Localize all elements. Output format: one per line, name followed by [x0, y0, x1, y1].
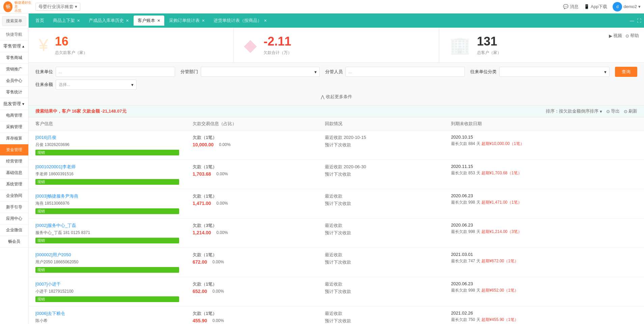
manager-input[interactable]: ...: [345, 67, 465, 77]
sidebar-item-enterprise-collab[interactable]: 企业协同: [0, 190, 28, 202]
filter-area: 往来单位 ... 分管部门 ▾: [29, 63, 644, 106]
sidebar-item-wholesale-mgmt[interactable]: 批发管理 ▼: [0, 98, 28, 110]
balance-select[interactable]: 选择... ▾: [56, 80, 137, 90]
message-button[interactable]: 💬 消息: [563, 4, 579, 10]
debt-amount-link[interactable]: 652.00: [193, 289, 207, 294]
cell-due-4: 2021.03.01 最长欠款 747 天 超期¥672.00（1笔）: [444, 248, 644, 277]
cell-due-2: 2020.06.23 最长欠款 998 天 超期¥1,471.00（1笔）: [444, 189, 644, 218]
data-table: 客户信息 欠款交易信息（占比） 回款情况 到期未收款日期 [0016]吕俊 吕俊…: [29, 117, 644, 324]
query-button[interactable]: 查询: [615, 67, 637, 77]
close-icon[interactable]: ✕: [126, 19, 129, 23]
cell-debt-3: 欠款（3笔） 1,214.00 0.00%: [186, 218, 318, 248]
overdue-link[interactable]: 超期¥10,000.00（1笔）: [481, 141, 524, 146]
overdue-link[interactable]: 超期¥652.00（1笔）: [481, 288, 519, 293]
maximize-icon[interactable]: ⛶: [637, 18, 641, 23]
collapse-button[interactable]: ⋀ 收起更多条件: [321, 94, 352, 100]
refresh-button[interactable]: ⊙ 刷新: [624, 108, 637, 114]
sidebar-search-area: 搜索菜单: [0, 13, 28, 29]
col-header-due: 到期未收款日期: [444, 117, 644, 130]
sidebar-item-retail-mall[interactable]: 零售商城: [0, 52, 28, 64]
chevron-down-icon: ▾: [600, 109, 602, 114]
sidebar-item-operations[interactable]: 经营管理: [0, 156, 28, 167]
customer-name-link[interactable]: [0006]去下粮仓: [35, 311, 179, 317]
tab-purchase-product-stats[interactable]: 进货单统计表（按商品） ✕: [209, 16, 271, 26]
overdue-link[interactable]: 超期¥1,214.00（3笔）: [481, 229, 522, 234]
tabs-bar: 首页 商品上下架 ✕ 产成品入库单历史 ✕ 客户账本 ✕ 采购订单统计表 ✕: [29, 13, 644, 28]
user-menu[interactable]: d demo2 ▾: [613, 2, 641, 11]
customer-name-link[interactable]: [000002]用户2050: [35, 252, 179, 258]
sidebar-item-beginner-guide[interactable]: 新手引导: [0, 202, 28, 213]
video-button[interactable]: ▶ 视频: [609, 33, 622, 39]
minimize-icon[interactable]: —: [630, 18, 634, 23]
stat-label-debt-customers: 总欠款客户（家）: [55, 50, 87, 56]
tab-customer-account[interactable]: 客户账本 ✕: [134, 16, 164, 26]
sidebar-item-system[interactable]: 系统管理: [0, 179, 28, 190]
sidebar-item-quick-nav[interactable]: 快捷导航: [0, 29, 28, 40]
overdue-link[interactable]: 超期¥1,703.68（1笔）: [481, 171, 522, 175]
filter-unit-category: 往来单位分类 ▾: [470, 67, 610, 77]
debt-amount-link[interactable]: 672.00: [193, 259, 207, 265]
from-unit-input[interactable]: ...: [56, 67, 175, 77]
overdue-link[interactable]: 超期¥455.90（1笔）: [481, 317, 519, 322]
dept-select[interactable]: ▾: [201, 67, 320, 77]
stat-icon-diamond: ◆: [244, 35, 257, 55]
stat-card-debt-total: ◆ -2.11 欠款合计（万）: [234, 28, 439, 62]
customer-name-link[interactable]: [0001020001]李老师: [35, 164, 179, 170]
debt-amount-link[interactable]: 1,471.00: [193, 201, 211, 206]
help-button[interactable]: ⊙ 帮助: [625, 33, 639, 39]
customer-name-link[interactable]: [0002]服务中心_丁磊: [35, 223, 179, 229]
app-download-button[interactable]: 📱 App下载: [584, 4, 607, 10]
sidebar-item-finance[interactable]: 资金管理: [0, 144, 28, 156]
sidebar-item-inventory[interactable]: 库存核算: [0, 133, 28, 144]
sidebar-item-purchase[interactable]: 采购管理: [0, 121, 28, 133]
sidebar-item-enterprise-wechat[interactable]: 企业微信: [0, 225, 28, 236]
avatar: d: [613, 2, 622, 11]
sidebar-item-basic-info[interactable]: 基础信息: [0, 167, 28, 179]
debt-amount-link[interactable]: 1,703.68: [193, 171, 211, 177]
stat-number-debt-total: -2.11: [263, 34, 292, 49]
customer-tag: 现销: [35, 267, 179, 273]
results-actions: 排序：按欠款金额倒序排序 ▾ ⊙ 导出 ⊙ 刷新: [546, 108, 637, 114]
debt-amount-link[interactable]: 1,214.00: [193, 230, 211, 235]
close-icon[interactable]: ✕: [157, 19, 160, 23]
tab-product-history[interactable]: 产成品入库单历史 ✕: [85, 16, 133, 26]
close-icon[interactable]: ✕: [202, 19, 205, 23]
sidebar-item-marketing[interactable]: 营销推广: [0, 64, 28, 75]
close-icon[interactable]: ✕: [77, 19, 80, 23]
table-row: [000002]用户2050 用户2050 18665062050 现销 欠款（…: [29, 248, 644, 277]
sidebar-item-ecommerce[interactable]: 电商管理: [0, 110, 28, 121]
tab-home[interactable]: 首页: [31, 16, 48, 26]
stat-number-debt-customers: 16: [55, 34, 87, 49]
filter-manager: 分管人员 ...: [325, 67, 465, 77]
cell-recovery-2: 最近收款 预计下次收款: [318, 189, 444, 218]
sidebar-item-retail-stats[interactable]: 零售统计: [0, 87, 28, 98]
overdue-link[interactable]: 超期¥1,471.00（1笔）: [481, 200, 522, 205]
results-bar: 搜索结果中，客户 16家 欠款金额 -21,148.07元 排序：按欠款金额倒序…: [29, 106, 644, 117]
customer-tag: 现销: [35, 208, 179, 214]
overdue-link[interactable]: 超期¥672.00（1笔）: [481, 259, 519, 263]
sidebar-item-app-center[interactable]: 应用中心: [0, 213, 28, 225]
results-summary: 搜索结果中，客户 16家 欠款金额 -21,148.07元: [35, 108, 127, 114]
search-menu-button[interactable]: 搜索菜单: [2, 16, 26, 26]
stat-card-debt-customers: ¥ 16 总欠款客户（家）: [29, 28, 234, 62]
chevron-up-icon: ⋀: [321, 94, 325, 99]
sort-select[interactable]: 排序：按欠款金额倒序排序 ▾: [546, 108, 602, 114]
debt-amount-link[interactable]: 10,000.00: [193, 142, 214, 147]
customer-contact: 海燕 18513066976: [35, 201, 179, 206]
chevron-icon: ▼: [22, 102, 25, 106]
stat-icon-building: 🏢: [449, 35, 470, 55]
sidebar-item-chang-member[interactable]: 畅会员: [0, 236, 28, 247]
unit-category-select[interactable]: ▾: [499, 67, 610, 77]
tab-product-status[interactable]: 商品上下架 ✕: [49, 16, 84, 26]
customer-name-link[interactable]: [0003]畅捷服务尹海燕: [35, 193, 179, 199]
logo-icon: 畅: [3, 1, 12, 12]
close-icon[interactable]: ✕: [264, 19, 267, 23]
customer-name-link[interactable]: [0007]小进干: [35, 281, 179, 287]
sidebar-item-retail-mgmt[interactable]: 零售管理 ▲: [0, 40, 28, 52]
sidebar-item-member-center[interactable]: 会员中心: [0, 75, 28, 87]
export-button[interactable]: ⊙ 导出: [606, 108, 620, 114]
tab-purchase-stats[interactable]: 采购订单统计表 ✕: [165, 16, 209, 26]
customer-name-link[interactable]: [0016]吕俊: [35, 135, 179, 141]
industry-selector[interactable]: 母婴行业演示账套 ▾: [35, 3, 80, 11]
debt-amount-link[interactable]: 455.90: [193, 318, 207, 323]
